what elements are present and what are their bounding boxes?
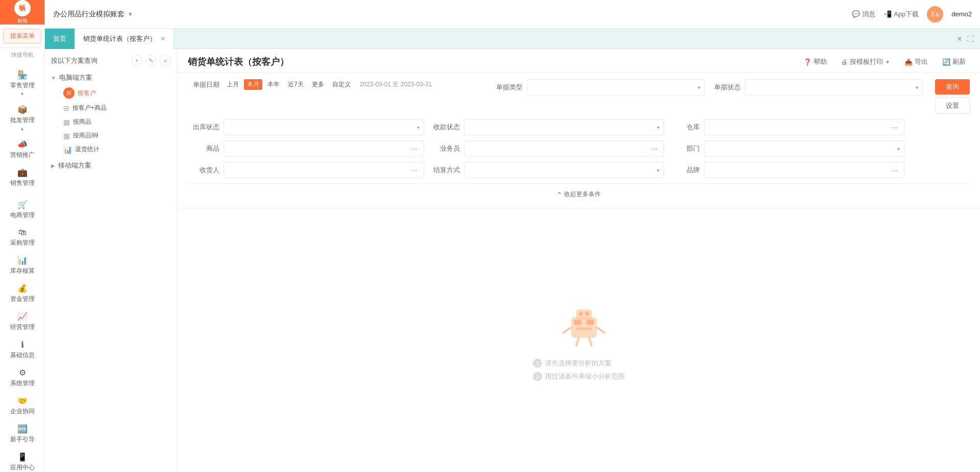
tab-sales-stat[interactable]: 销货单统计表（按客户） ✕ <box>75 29 174 49</box>
tab-home[interactable]: 首页 <box>45 29 75 49</box>
export-button[interactable]: 📤 导出 <box>900 55 932 68</box>
sidebar-item-wholesale-label: 批发管理 <box>10 116 35 125</box>
date-btn-this-month[interactable]: 本月 <box>244 79 262 90</box>
scheme-by-customer-product[interactable]: ⊞ 按客户+商品 <box>51 101 177 115</box>
platform-dropdown-icon[interactable]: ▾ <box>129 10 132 18</box>
date-btn-more[interactable]: 更多 <box>309 79 327 90</box>
print-icon: 🖨 <box>841 58 848 66</box>
search-menu-button[interactable]: 搜索菜单 <box>3 29 41 43</box>
tree-group-mobile-label: 移动端方案 <box>58 161 91 170</box>
sidebar-item-appcenter[interactable]: 📱 应用中心 <box>0 448 44 472</box>
empty-illustration <box>553 299 604 350</box>
tab-close-window-icon[interactable]: ✕ <box>957 35 963 43</box>
brand-select[interactable]: ··· <box>704 162 904 178</box>
scheme-by-customer-product-label: 按客户+商品 <box>72 104 107 112</box>
tree-group-mobile[interactable]: ▶ 移动端方案 <box>45 158 177 173</box>
date-btn-7days[interactable]: 近7天 <box>285 79 307 90</box>
order-status-chevron: ▾ <box>916 85 918 90</box>
date-btn-custom[interactable]: 自定义 <box>329 79 354 90</box>
sidebar-item-finance[interactable]: 💰 资金管理 <box>0 279 44 308</box>
svg-rect-3 <box>576 327 592 330</box>
main-area: 办公用品行业模拟账套 ▾ 💬 消息 📲 App下载 Ea demo2 首页 销货… <box>45 0 980 472</box>
brand-dots[interactable]: ··· <box>890 166 900 174</box>
add-scheme-button[interactable]: + <box>131 55 142 66</box>
order-status-label: 单据状态 <box>709 83 745 92</box>
product-dots[interactable]: ··· <box>409 145 420 153</box>
department-select[interactable]: ▾ <box>704 140 904 157</box>
sidebar-item-inventory[interactable]: 📊 库存核算 <box>0 251 44 279</box>
svg-line-4 <box>564 327 571 333</box>
tab-close-icon[interactable]: ✕ <box>160 35 165 42</box>
collapse-up-icon: ⌃ <box>557 191 562 198</box>
date-quick-btns: 上月 本月 本年 近7天 更多 自定义 <box>224 79 354 90</box>
receipt-status-select[interactable]: ▾ <box>464 119 665 135</box>
sidebar-item-sales[interactable]: 💼 销售管理 <box>0 163 44 192</box>
sidebar-item-newbie[interactable]: 🆕 新手引导 <box>0 420 44 448</box>
left-panel-actions: + ✎ « <box>131 55 171 66</box>
recipient-dots[interactable]: ··· <box>409 166 420 174</box>
scheme-icon-3: ▦ <box>63 132 70 140</box>
refresh-button[interactable]: 🔄 刷新 <box>938 55 970 68</box>
sidebar-item-ecommerce[interactable]: 🛒 电商管理 <box>0 196 44 224</box>
scheme-by-product[interactable]: ▦ 按商品 <box>51 115 177 129</box>
logo-area[interactable]: 畅 标报 <box>0 0 44 25</box>
wholesale-icon: 📦 <box>17 105 28 114</box>
sidebar-item-ecommerce-label: 电商管理 <box>10 211 35 220</box>
header-left: 办公用品行业模拟账套 ▾ <box>53 10 132 19</box>
sidebar: 畅 标报 搜索菜单 快捷导航 🏪 零售管理 ▼ 📦 批发管理 ▲ 📣 营销推广 … <box>0 0 45 472</box>
sidebar-item-appcenter-label: 应用中心 <box>10 463 35 472</box>
sidebar-item-business[interactable]: 📈 经营管理 <box>0 308 44 336</box>
scheme-refund-stat[interactable]: 📊 退货统计 <box>51 143 177 156</box>
order-status-select[interactable]: ▾ <box>745 79 923 96</box>
salesperson-select[interactable]: ··· <box>464 140 665 157</box>
message-icon: 💬 <box>852 10 860 18</box>
sidebar-item-enterprise[interactable]: 🤝 企业协同 <box>0 392 44 420</box>
warehouse-dots[interactable]: ··· <box>890 123 900 131</box>
help-button[interactable]: ❓ 帮助 <box>799 55 831 68</box>
sidebar-item-sales-label: 销售管理 <box>10 179 35 187</box>
scheme-by-customer[interactable]: 按 按客户 <box>51 85 177 101</box>
logo-icon: 畅 <box>14 0 31 16</box>
message-button[interactable]: 💬 消息 <box>852 10 875 19</box>
tree-toggle-mobile: ▶ <box>51 163 55 169</box>
edit-scheme-button[interactable]: ✎ <box>145 55 157 66</box>
app-download-button[interactable]: 📲 App下载 <box>884 10 919 19</box>
export-icon: 📤 <box>904 58 913 66</box>
scheme-by-product99[interactable]: ▦ 按商品99 <box>51 129 177 143</box>
template-print-button[interactable]: 🖨 按模板打印 ▼ <box>837 55 894 68</box>
user-avatar[interactable]: Ea <box>927 6 943 22</box>
date-btn-last-month[interactable]: 上月 <box>224 79 242 90</box>
sidebar-item-wholesale[interactable]: 📦 批发管理 ▲ <box>0 101 44 135</box>
out-status-select[interactable]: ▾ <box>224 119 424 135</box>
sidebar-item-marketing[interactable]: 📣 营销推广 <box>0 135 44 163</box>
sidebar-item-newbie-label: 新手引导 <box>10 435 35 444</box>
marketing-icon: 📣 <box>17 139 28 149</box>
tab-home-label: 首页 <box>53 34 66 43</box>
warehouse-select[interactable]: ··· <box>704 119 904 135</box>
hint-num-1: 1 <box>533 359 542 368</box>
search-button[interactable]: 查询 <box>935 79 970 95</box>
add-icon: + <box>135 57 138 64</box>
sidebar-item-system[interactable]: ⚙ 系统管理 <box>0 364 44 392</box>
recipient-select[interactable]: ··· <box>224 162 424 178</box>
enterprise-icon: 🤝 <box>17 396 28 406</box>
sidebar-item-basic-label: 基础信息 <box>10 351 35 360</box>
date-btn-this-year[interactable]: 本年 <box>264 79 283 90</box>
empty-hints: 1 请先选择要分析的方案 2 用过滤条件来缩小分析范围 <box>533 359 625 381</box>
salesperson-dots[interactable]: ··· <box>650 145 660 153</box>
tree-group-desktop[interactable]: ▼ 电脑端方案 <box>45 70 177 85</box>
sidebar-item-basic[interactable]: ℹ 基础信息 <box>0 336 44 364</box>
collapse-panel-button[interactable]: « <box>160 55 171 66</box>
tab-maximize-icon[interactable]: ⛶ <box>967 35 974 43</box>
settlement-select[interactable]: ▾ <box>464 162 665 178</box>
product-select[interactable]: ··· <box>224 140 424 157</box>
order-type-select[interactable]: ▾ <box>527 79 705 96</box>
sidebar-item-retail[interactable]: 🏪 零售管理 ▼ <box>0 66 44 101</box>
sidebar-item-purchase-label: 采购管理 <box>10 239 35 247</box>
order-type-label: 单据类型 <box>491 83 527 92</box>
collapse-filter-button[interactable]: ⌃ 收起更多条件 <box>188 187 970 202</box>
hint-text-1: 请先选择要分析的方案 <box>545 359 611 368</box>
sidebar-item-purchase[interactable]: 🛍 采购管理 <box>0 224 44 251</box>
settings-button[interactable]: 设置 <box>935 98 970 114</box>
hint-item-1: 1 请先选择要分析的方案 <box>533 359 625 368</box>
